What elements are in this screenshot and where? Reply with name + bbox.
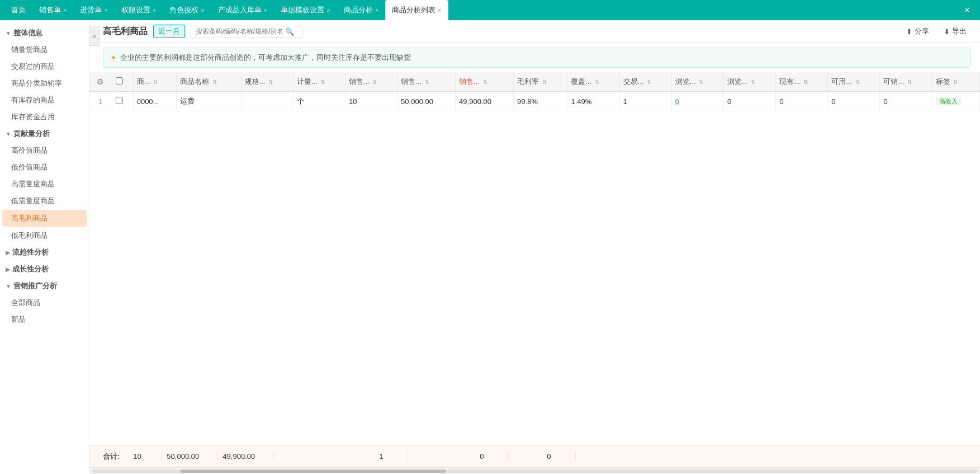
col-available-stock[interactable]: 可用... ⇅ [828, 72, 880, 92]
sidebar: ▼ 整体信息 销量货商品 交易过的商品 商品分类助销率 有库存的商品 库存资金占… [0, 20, 89, 474]
col-view1[interactable]: 浏览... ⇅ [671, 72, 723, 92]
col-current-stock[interactable]: 现有... ⇅ [776, 72, 828, 92]
close-all-button[interactable]: × [958, 4, 976, 16]
sidebar-item-traded-goods[interactable]: 交易过的商品 [0, 58, 89, 75]
scroll-track[interactable] [92, 470, 978, 473]
sidebar-item-new-goods[interactable]: 新品 [0, 311, 89, 328]
sidebar-collapse-button[interactable]: « [89, 26, 100, 46]
share-icon: ⬆ [906, 27, 912, 36]
sidebar-item-high-demand[interactable]: 高需量度商品 [0, 176, 89, 193]
close-roles-icon[interactable]: × [201, 7, 204, 13]
close-product-analysis-icon[interactable]: × [375, 7, 378, 13]
cell-spec [241, 92, 293, 111]
share-button[interactable]: ⬆ 分享 [902, 25, 934, 38]
sort-code-icon: ⇅ [153, 79, 158, 85]
info-box: ✦ 企业的主要的利润都是这部分商品创造的，可考虑加大推广，同时关注库存是不要出现… [103, 48, 971, 68]
col-sales-cost[interactable]: 销售... ⇅ [456, 72, 514, 92]
nav-product-analysis[interactable]: 商品分析 × [337, 0, 385, 20]
time-filter-recent-month[interactable]: 近一月 [153, 25, 185, 38]
select-all-checkbox[interactable] [116, 77, 123, 85]
arrow-marketing-icon: ▼ [6, 283, 11, 289]
col-view2[interactable]: 浏览... ⇅ [723, 72, 775, 92]
sidebar-group-overall[interactable]: ▼ 整体信息 [0, 25, 89, 41]
close-purchase-order-icon[interactable]: × [104, 7, 107, 13]
sidebar-item-stock-capital[interactable]: 库存资金占用 [0, 109, 89, 125]
col-settings[interactable]: ⚙ [89, 72, 112, 92]
cell-sales-qty: 10 [345, 92, 397, 111]
col-sellable[interactable]: 可销... ⇅ [880, 72, 932, 92]
sidebar-item-all-goods[interactable]: 全部商品 [0, 294, 89, 311]
close-permissions-icon[interactable]: × [153, 7, 156, 13]
cell-code[interactable]: 0000... [133, 92, 176, 111]
tag-high-income-badge: 高收入 [936, 97, 961, 105]
close-template-icon[interactable]: × [326, 7, 330, 13]
search-box: 🔍 [191, 26, 302, 37]
nav-sales-order[interactable]: 销售单 × [32, 0, 73, 20]
col-code[interactable]: 商... ⇅ [133, 72, 176, 92]
cell-checkbox[interactable] [112, 92, 133, 111]
summary-sales-amount: 50,000.00 [162, 452, 218, 461]
sidebar-item-category-sales-rate[interactable]: 商品分类助销率 [0, 75, 89, 92]
sidebar-item-high-margin[interactable]: 高毛利商品 [2, 210, 87, 227]
arrow-contribution-icon: ▼ [6, 131, 11, 137]
sort-tag-icon: ⇅ [953, 79, 958, 85]
summary-sales-cost: 49,900.00 [218, 452, 274, 461]
sidebar-group-contribution[interactable]: ▼ 贡献量分析 [0, 125, 89, 142]
sort-spec-icon: ⇅ [268, 79, 273, 85]
search-icon[interactable]: 🔍 [285, 27, 294, 36]
nav-product-inbound[interactable]: 产成品入库单 × [211, 0, 274, 20]
row-checkbox[interactable] [116, 97, 123, 104]
sort-unit-icon: ⇅ [320, 79, 325, 85]
col-gross-margin[interactable]: 毛利率 ⇅ [514, 72, 567, 92]
cell-view1[interactable]: 0 [671, 92, 723, 111]
nav-roles[interactable]: 角色授权 × [163, 0, 211, 20]
col-spec[interactable]: 规格... ⇅ [241, 72, 293, 92]
settings-icon[interactable]: ⚙ [97, 77, 104, 86]
cell-coverage: 1.49% [567, 92, 619, 111]
close-sales-order-icon[interactable]: × [63, 7, 67, 13]
footer-summary: 合计: 10 50,000.00 49,900.00 1 0 0 [89, 445, 980, 467]
summary-available-stock: 0 [542, 452, 576, 461]
sidebar-item-high-value[interactable]: 高价值商品 [0, 142, 89, 159]
scroll-thumb[interactable] [181, 470, 447, 473]
sort-transaction-icon: ⇅ [647, 79, 651, 85]
col-unit[interactable]: 计量... ⇅ [293, 72, 345, 92]
nav-template-settings[interactable]: 单据模板设置 × [274, 0, 337, 20]
cell-sales-cost: 49,900.00 [456, 92, 514, 111]
col-name[interactable]: 商品名称 ⇅ [177, 72, 241, 92]
col-tag[interactable]: 标签 ⇅ [932, 72, 979, 92]
col-sales-amount[interactable]: 销售... ⇅ [397, 72, 456, 92]
cell-available-stock: 0 [828, 92, 880, 111]
sidebar-group-flow[interactable]: ▶ 流趋性分析 [0, 244, 89, 261]
sidebar-item-sales-goods[interactable]: 销量货商品 [0, 41, 89, 58]
summary-current-stock: 0 [475, 452, 509, 461]
sidebar-item-low-value[interactable]: 低价值商品 [0, 159, 89, 176]
arrow-flow-icon: ▶ [6, 250, 10, 256]
search-input[interactable] [196, 27, 285, 35]
sidebar-group-marketing[interactable]: ▼ 营销推广分析 [0, 278, 89, 294]
summary-cells: 10 50,000.00 49,900.00 1 0 0 [129, 452, 971, 461]
footer-label: 合计: [103, 452, 120, 462]
nav-home[interactable]: 首页 [4, 0, 32, 20]
nav-permissions[interactable]: 权限设置 × [115, 0, 163, 20]
sort-coverage-icon: ⇅ [595, 79, 599, 85]
export-icon: ⬇ [944, 27, 950, 36]
sidebar-item-low-demand[interactable]: 低需量度商品 [0, 193, 89, 209]
close-product-analysis-list-icon[interactable]: × [438, 7, 441, 13]
sidebar-group-growth[interactable]: ▶ 成长性分析 [0, 261, 89, 278]
col-coverage[interactable]: 覆盖... ⇅ [567, 72, 619, 92]
col-sales-qty[interactable]: 销售... ⇅ [345, 72, 397, 92]
info-icon: ✦ [110, 53, 117, 62]
nav-product-analysis-list[interactable]: 商品分析列表 × [385, 0, 448, 20]
cell-view2: 0 [723, 92, 775, 111]
nav-purchase-order[interactable]: 进货单 × [73, 0, 114, 20]
col-checkbox[interactable] [112, 72, 133, 92]
cell-index: 1 [89, 92, 112, 111]
sidebar-item-in-stock-goods[interactable]: 有库存的商品 [0, 92, 89, 109]
export-button[interactable]: ⬇ 导出 [939, 25, 971, 38]
col-transaction[interactable]: 交易... ⇅ [619, 72, 671, 92]
sort-sales-qty-icon: ⇅ [372, 79, 377, 85]
horizontal-scrollbar[interactable] [89, 467, 980, 474]
sidebar-item-low-margin[interactable]: 低毛利商品 [0, 227, 89, 244]
close-product-inbound-icon[interactable]: × [264, 7, 267, 13]
